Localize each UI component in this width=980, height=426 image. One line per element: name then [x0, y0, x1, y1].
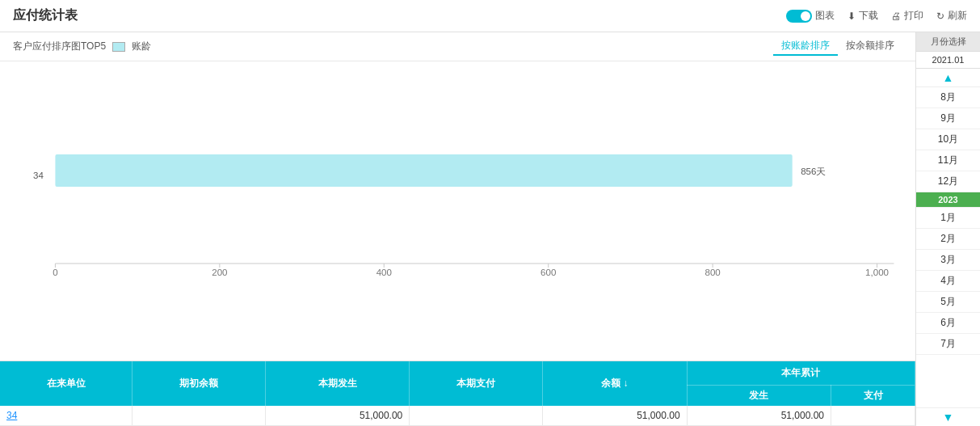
- chart-header: 客户应付排序图TOP5 账龄 按账龄排序 按余额排序: [0, 32, 915, 61]
- chart-toggle-switch[interactable]: [786, 10, 812, 23]
- sidebar-month-2[interactable]: 2月: [916, 229, 980, 250]
- cell-balance: 51,000.00: [543, 406, 687, 426]
- table-area: 在来单位 期初余额 本期发生 本期支付 余额 ↓ 本年累计 发生 支付: [0, 361, 915, 426]
- th-payment: 本期支付: [410, 361, 543, 406]
- right-sidebar: 月份选择 ▲ 8月 9月 10月 11月 12月 2023 1月 2月 3月 4…: [915, 32, 980, 426]
- print-label: 打印: [904, 9, 923, 23]
- app-container: 应付统计表 图表 ⬇ 下载 🖨 打印 ↻ 刷新: [0, 0, 980, 426]
- sort-by-balance-button[interactable]: 按余额排序: [838, 37, 902, 56]
- sidebar-month-6[interactable]: 6月: [916, 313, 980, 334]
- legend-title: 客户应付排序图TOP5: [13, 40, 106, 53]
- sidebar-month-11[interactable]: 11月: [916, 150, 980, 171]
- th-balance: 余额 ↓: [543, 361, 687, 406]
- sidebar-month-9[interactable]: 9月: [916, 108, 980, 129]
- sidebar-month-1[interactable]: 1月: [916, 208, 980, 229]
- sidebar-up-arrow[interactable]: ▲: [916, 69, 980, 87]
- page-title: 应付统计表: [13, 7, 78, 24]
- download-action[interactable]: ⬇ 下载: [848, 9, 878, 23]
- sidebar-down-arrow[interactable]: ▼: [916, 407, 980, 426]
- svg-text:600: 600: [540, 268, 556, 277]
- cell-payment: [410, 406, 543, 426]
- chart-toggle-action[interactable]: 图表: [786, 9, 835, 23]
- th-occurrence: 本期发生: [265, 361, 409, 406]
- chart-panel: 客户应付排序图TOP5 账龄 按账龄排序 按余额排序 34: [0, 32, 915, 426]
- main-content: 客户应付排序图TOP5 账龄 按账龄排序 按余额排序 34: [0, 32, 980, 426]
- cell-opening: [132, 406, 266, 426]
- print-action[interactable]: 🖨 打印: [891, 9, 923, 23]
- sidebar-month-5[interactable]: 5月: [916, 292, 980, 313]
- th-ytd-occurrence: 发生: [687, 386, 831, 407]
- sidebar-year-input[interactable]: [916, 52, 980, 69]
- sort-by-age-button[interactable]: 按账龄排序: [773, 37, 838, 56]
- sidebar-year-marker: 2023: [916, 192, 980, 208]
- refresh-label: 刷新: [948, 9, 967, 23]
- sidebar-month-7[interactable]: 7月: [916, 334, 980, 355]
- th-opening: 期初余额: [132, 361, 266, 406]
- print-icon: 🖨: [891, 11, 901, 22]
- svg-text:0: 0: [53, 268, 57, 277]
- svg-text:800: 800: [705, 268, 721, 277]
- sidebar-month-3[interactable]: 3月: [916, 250, 980, 271]
- legend-box: [112, 42, 125, 52]
- svg-text:856天: 856天: [801, 167, 825, 176]
- chart-svg: 34 856天 0 200 400 600 800 1,000: [13, 70, 902, 296]
- chart-toggle-label: 图表: [815, 9, 835, 23]
- table-row: 34 51,000.00 51,000.00 51,000.00: [0, 406, 915, 426]
- download-label: 下载: [859, 9, 878, 23]
- th-ytd-payment: 支付: [831, 386, 915, 407]
- sidebar-month-4[interactable]: 4月: [916, 271, 980, 292]
- svg-text:1,000: 1,000: [865, 268, 889, 277]
- chart-legend: 客户应付排序图TOP5 账龄: [13, 40, 151, 53]
- refresh-icon: ↻: [936, 11, 944, 22]
- svg-text:34: 34: [33, 171, 44, 180]
- cell-unit[interactable]: 34: [0, 406, 132, 426]
- header-actions: 图表 ⬇ 下载 🖨 打印 ↻ 刷新: [786, 9, 967, 23]
- legend-item-label: 账龄: [132, 40, 151, 53]
- th-unit: 在来单位: [0, 361, 132, 406]
- chart-area: 34 856天 0 200 400 600 800 1,000: [0, 61, 915, 361]
- svg-rect-1: [55, 154, 792, 187]
- svg-text:200: 200: [212, 268, 227, 277]
- sidebar-month-8[interactable]: 8月: [916, 87, 980, 108]
- refresh-action[interactable]: ↻ 刷新: [936, 9, 967, 23]
- sidebar-month-10[interactable]: 10月: [916, 129, 980, 150]
- sidebar-months-list: 8月 9月 10月 11月 12月 2023 1月 2月 3月 4月 5月 6月…: [916, 87, 980, 407]
- header: 应付统计表 图表 ⬇ 下载 🖨 打印 ↻ 刷新: [0, 0, 980, 32]
- sidebar-month-12[interactable]: 12月: [916, 171, 980, 192]
- chart-sort-buttons: 按账龄排序 按余额排序: [773, 37, 902, 56]
- cell-ytd-payment: [831, 406, 915, 426]
- th-ytd: 本年累计: [687, 361, 915, 386]
- table-wrapper: 在来单位 期初余额 本期发生 本期支付 余额 ↓ 本年累计 发生 支付: [0, 361, 915, 426]
- sidebar-month-select-label: 月份选择: [916, 32, 980, 52]
- cell-ytd-occurrence: 51,000.00: [687, 406, 831, 426]
- cell-occurrence: 51,000.00: [265, 406, 409, 426]
- svg-text:400: 400: [376, 268, 392, 277]
- download-icon: ⬇: [848, 11, 856, 22]
- data-table: 在来单位 期初余额 本期发生 本期支付 余额 ↓ 本年累计 发生 支付: [0, 361, 915, 426]
